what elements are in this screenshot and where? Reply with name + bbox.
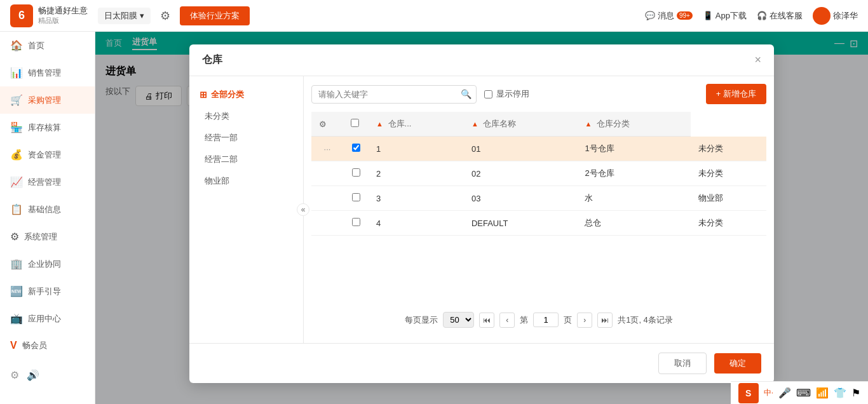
per-page-select[interactable]: 50 [443, 312, 474, 328]
sidebar-item-appcenter[interactable]: 📺 应用中心 [0, 305, 95, 332]
sidebar-label-system: 系统管理 [24, 231, 57, 243]
sidebar-item-vip[interactable]: V 畅会员 [0, 332, 95, 359]
show-disabled-label[interactable]: 显示停用 [484, 88, 529, 100]
warehouse-modal: 仓库 × ⊞ 全部分类 未分类 经营一部 经营二部 物业部 [189, 44, 774, 383]
cancel-button[interactable]: 取消 [658, 353, 707, 374]
sidebar-item-sales[interactable]: 📊 销售管理 [0, 59, 95, 86]
sidebar-item-operation[interactable]: 📈 经营管理 [0, 168, 95, 196]
search-input[interactable] [311, 85, 477, 104]
phone-icon: 📱 [703, 11, 713, 20]
select-all-checkbox[interactable] [351, 119, 359, 127]
per-page-label: 每页显示 [405, 314, 438, 326]
page-next-button[interactable]: › [577, 313, 592, 328]
tree-item-property[interactable]: 物业部 [189, 170, 303, 192]
system-icon: ⚙ [10, 231, 19, 243]
row-code-cell: 01 [464, 137, 578, 161]
settings-icon[interactable]: ⚙ [156, 6, 175, 25]
show-disabled-text: 显示停用 [496, 88, 529, 100]
keyboard-icon[interactable]: ⌨ [796, 387, 811, 399]
store-name: 日太阳膜 [104, 10, 137, 22]
table-row[interactable]: 3 03 水 物业部 [311, 186, 766, 211]
show-disabled-checkbox[interactable] [484, 90, 492, 98]
modal-close-button[interactable]: × [754, 53, 761, 67]
trial-button[interactable]: 体验行业方案 [180, 6, 250, 25]
wifi-icon: 📶 [816, 387, 829, 399]
table-panel: 🔍 显示停用 + 新增仓库 [304, 76, 774, 343]
row-checkbox[interactable] [352, 144, 360, 152]
row-code-cell: DEFAULT [464, 211, 578, 236]
online-service-button[interactable]: 🎧 在线客服 [757, 10, 803, 22]
operation-icon: 📈 [10, 176, 23, 188]
store-selector[interactable]: 日太阳膜 ▾ [98, 8, 151, 24]
tree-item-dept2[interactable]: 经营二部 [189, 149, 303, 170]
col-category-header[interactable]: ▲ 仓库分类 [577, 112, 691, 137]
search-icon[interactable]: 🔍 [461, 89, 471, 99]
row-code-cell: 02 [464, 161, 578, 186]
add-warehouse-button[interactable]: + 新增仓库 [706, 84, 766, 104]
sidebar-label-home: 首页 [28, 40, 44, 51]
row-name-cell: 2号仓库 [577, 161, 691, 186]
row-checkbox[interactable] [352, 218, 360, 226]
messages-button[interactable]: 💬 消息 99+ [645, 10, 693, 22]
table-row[interactable]: 2 02 2号仓库 未分类 [311, 161, 766, 186]
sidebar-label-purchase: 采购管理 [28, 95, 61, 106]
page-unit: 页 [564, 314, 572, 326]
user-avatar[interactable]: 徐泽华 [813, 7, 858, 25]
volume-icon[interactable]: 🔊 [27, 369, 39, 381]
page-prev-button[interactable]: ‹ [499, 313, 515, 328]
table-header-row: ⚙ ▲ 仓库... [311, 112, 766, 137]
mic-icon[interactable]: 🎤 [778, 387, 791, 399]
row-category-cell: 未分类 [691, 137, 766, 161]
main-content: 首页 进货单 — ⊡ 进货单 按以下 🖨 打印 📤 导出 � [95, 32, 868, 404]
row-name-cell: 1号仓库 [577, 137, 691, 161]
logo-icon: 6 [10, 4, 33, 27]
settings-bottom-icon[interactable]: ⚙ [10, 369, 19, 381]
row-category-cell: 未分类 [691, 211, 766, 236]
row-checkbox[interactable] [352, 193, 360, 201]
table-body: ··· 1 01 1号仓库 未分类 2 02 2号仓库 未分类 [311, 137, 766, 236]
page-last-button[interactable]: ⏭ [597, 313, 613, 328]
table-row[interactable]: ··· 1 01 1号仓库 未分类 [311, 137, 766, 161]
sidebar-item-inventory[interactable]: 🏪 库存核算 [0, 114, 95, 141]
app-sub: 精品版 [38, 16, 88, 25]
table-row[interactable]: 4 DEFAULT 总仓 未分类 [311, 211, 766, 236]
col-name-header[interactable]: ▲ 仓库名称 [464, 112, 578, 137]
sidebar-item-system[interactable]: ⚙ 系统管理 [0, 223, 95, 250]
main-layout: 🏠 首页 📊 销售管理 🛒 采购管理 🏪 库存核算 💰 资金管理 📈 经营管理 … [0, 32, 868, 404]
sidebar-item-enterprise[interactable]: 🏢 企业协同 [0, 250, 95, 278]
page-first-button[interactable]: ⏮ [479, 313, 494, 328]
row-checkbox-cell [343, 137, 369, 161]
grid-icon: ⊞ [200, 90, 207, 100]
bottom-text: 中· [764, 387, 773, 398]
user-name: 徐泽华 [833, 10, 858, 22]
appcenter-icon: 📺 [10, 313, 23, 325]
sidebar-item-finance[interactable]: 💰 资金管理 [0, 141, 95, 168]
tree-item-dept1[interactable]: 经营一部 [189, 127, 303, 149]
search-wrap: 🔍 [311, 85, 477, 104]
row-actions-cell [311, 186, 343, 211]
sidebar-item-home[interactable]: 🏠 首页 [0, 32, 95, 59]
col-code-header[interactable]: ▲ 仓库... [369, 112, 464, 137]
sidebar-item-guide[interactable]: 🆕 新手引导 [0, 278, 95, 305]
status-bar: S 中· 🎤 ⌨ 📶 👕 ⚑ [731, 381, 868, 404]
all-categories[interactable]: ⊞ 全部分类 [189, 84, 303, 105]
top-nav: 6 畅捷通好生意 精品版 日太阳膜 ▾ ⚙ 体验行业方案 💬 消息 99+ 📱 … [0, 0, 868, 32]
row-checkbox-cell [343, 161, 369, 186]
app-download-button[interactable]: 📱 App下载 [703, 10, 747, 22]
sidebar: 🏠 首页 📊 销售管理 🛒 采购管理 🏪 库存核算 💰 资金管理 📈 经营管理 … [0, 32, 95, 404]
page-input[interactable] [533, 313, 559, 327]
pagination: 每页显示 50 ⏮ ‹ 第 页 › ⏭ 共1页, 4条记录 [311, 304, 766, 335]
message-badge: 99+ [677, 11, 693, 20]
row-checkbox[interactable] [352, 168, 360, 177]
sidebar-label-operation: 经营管理 [28, 177, 61, 188]
tree-collapse-button[interactable]: « [297, 203, 309, 216]
row-more-icon[interactable]: ··· [324, 144, 331, 154]
col-setting[interactable]: ⚙ [311, 112, 343, 137]
sidebar-item-basic[interactable]: 📋 基础信息 [0, 196, 95, 223]
confirm-button[interactable]: 确定 [714, 353, 761, 374]
sidebar-item-purchase[interactable]: 🛒 采购管理 [0, 86, 95, 114]
tree-item-uncategorized[interactable]: 未分类 [189, 105, 303, 127]
bottom-logo: S [738, 383, 759, 403]
store-dropdown-icon: ▾ [140, 11, 144, 20]
row-no-cell: 2 [369, 161, 464, 186]
